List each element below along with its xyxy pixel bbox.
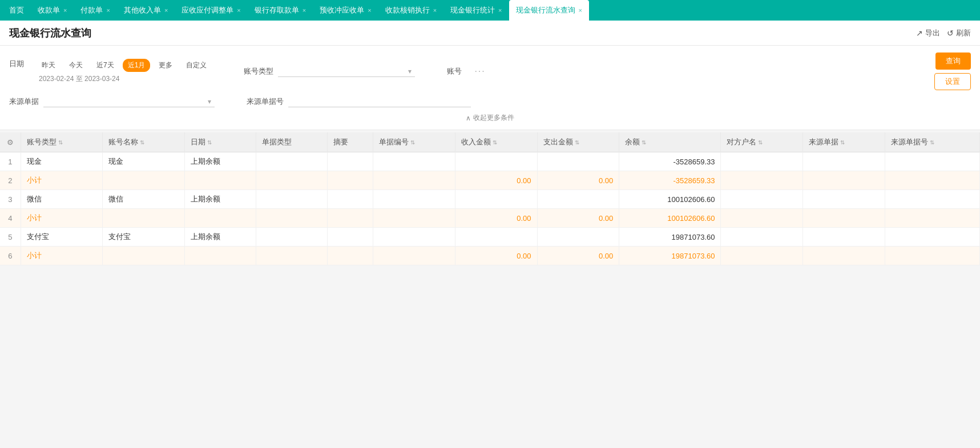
query-button[interactable]: 查询 (935, 53, 971, 70)
account-type-select[interactable]: ▾ (278, 66, 415, 77)
cell-summary (327, 190, 373, 209)
nav-prepay[interactable]: 预收冲应收单 × (313, 0, 378, 21)
nav-adjust[interactable]: 应收应付调整单 × (175, 0, 247, 21)
cell-expense: 0.00 (537, 171, 619, 190)
cell-date (184, 171, 256, 190)
source-doc-select[interactable]: ▾ (43, 96, 215, 107)
nav-bank-deposit[interactable]: 银行存取款单 × (248, 0, 313, 21)
cell-doc-no (373, 152, 455, 171)
close-icon[interactable]: × (433, 7, 437, 14)
nav-cash-stats[interactable]: 现金银行统计 × (443, 0, 509, 21)
cell-doc-type (256, 190, 327, 209)
nav-payments[interactable]: 付款单 × (74, 0, 116, 21)
cell-account-type: 微信 (21, 190, 103, 209)
cell-date (184, 247, 256, 265)
nav-cash-flow-query[interactable]: 现金银行流水查询 × (509, 0, 589, 21)
cell-balance: -3528659.33 (619, 152, 721, 171)
cell-income (455, 190, 537, 209)
cell-expense: 0.00 (537, 247, 619, 265)
cell-account-type: 现金 (21, 152, 103, 171)
close-icon[interactable]: × (498, 7, 502, 14)
cell-counterparty (721, 152, 803, 171)
close-icon[interactable]: × (579, 7, 582, 14)
th-doc-no[interactable]: 单据编号⇅ (373, 132, 455, 152)
cell-balance: 19871073.60 (619, 228, 721, 247)
cell-account-name: 现金 (103, 152, 185, 171)
cell-account-name (103, 209, 185, 228)
account-type-filter-group: 账号类型 ▾ (244, 66, 415, 77)
cell-doc-type (256, 209, 327, 228)
close-icon[interactable]: × (106, 7, 110, 14)
th-source-doc-no[interactable]: 来源单据号⇅ (885, 132, 979, 152)
cell-source-doc-no (885, 247, 979, 265)
close-icon[interactable]: × (303, 7, 306, 14)
table-area: ⚙ 账号类型⇅ 账号名称⇅ 日期⇅ 单据类型 摘要 单据编号⇅ 收入金额⇅ 支出… (0, 132, 980, 265)
close-icon[interactable]: × (368, 7, 371, 14)
th-doc-type: 单据类型 (256, 132, 327, 152)
cell-index: 1 (0, 152, 21, 171)
cell-expense (537, 190, 619, 209)
close-icon[interactable]: × (63, 7, 67, 14)
nav-collection[interactable]: 收款核销执行 × (378, 0, 443, 21)
cell-source-doc-no (885, 152, 979, 171)
nav-receipts[interactable]: 收款单 × (31, 0, 74, 21)
cell-source-doc (803, 190, 885, 209)
account-more-icon[interactable]: ··· (474, 66, 485, 76)
table-row: 1 现金 现金 上期余额 -3528659.33 (0, 152, 980, 171)
cell-date: 上期余额 (184, 228, 256, 247)
table-row: 3 微信 微信 上期余额 100102606.60 (0, 190, 980, 209)
cell-account-type: 支付宝 (21, 228, 103, 247)
settings-button[interactable]: 设置 (934, 73, 971, 90)
source-doc-no-label: 来源单据号 (247, 96, 284, 107)
th-expense[interactable]: 支出金额⇅ (537, 132, 619, 152)
cell-account-name (103, 171, 185, 190)
date-btn-yesterday[interactable]: 昨天 (37, 59, 61, 72)
th-income[interactable]: 收入金额⇅ (455, 132, 537, 152)
collapse-button[interactable]: ∧ 收起更多条件 (9, 113, 971, 123)
chevron-down-icon: ▾ (408, 67, 412, 75)
close-icon[interactable]: × (237, 7, 240, 14)
cell-income: 0.00 (455, 247, 537, 265)
date-btn-more[interactable]: 更多 (154, 59, 178, 72)
nav-other-income[interactable]: 其他收入单 × (117, 0, 175, 21)
cell-date (184, 209, 256, 228)
refresh-button[interactable]: ↺ 刷新 (947, 28, 971, 38)
refresh-icon: ↺ (947, 29, 954, 38)
th-date[interactable]: 日期⇅ (184, 132, 256, 152)
cell-counterparty (721, 247, 803, 265)
close-icon[interactable]: × (164, 7, 168, 14)
cell-income (455, 152, 537, 171)
date-btn-1month[interactable]: 近1月 (123, 59, 151, 72)
header-actions: ↗ 导出 ↺ 刷新 (916, 28, 971, 38)
cell-summary (327, 247, 373, 265)
settings-gear-icon[interactable]: ⚙ (7, 138, 14, 147)
source-doc-label: 来源单据 (9, 96, 39, 107)
th-summary: 摘要 (327, 132, 373, 152)
cell-index: 6 (0, 247, 21, 265)
th-balance[interactable]: 余额⇅ (619, 132, 721, 152)
th-counterparty[interactable]: 对方户名⇅ (721, 132, 803, 152)
th-account-name[interactable]: 账号名称⇅ (103, 132, 185, 152)
date-btn-7days[interactable]: 近7天 (91, 59, 119, 72)
collapse-label: 收起更多条件 (473, 113, 514, 123)
th-account-type[interactable]: 账号类型⇅ (21, 132, 103, 152)
cell-expense (537, 152, 619, 171)
cell-source-doc-no (885, 190, 979, 209)
th-source-doc[interactable]: 来源单据⇅ (803, 132, 885, 152)
cell-account-name (103, 247, 185, 265)
export-button[interactable]: ↗ 导出 (916, 28, 940, 38)
cell-source-doc (803, 228, 885, 247)
cell-date: 上期余额 (184, 152, 256, 171)
source-doc-no-input[interactable] (288, 96, 471, 107)
cell-doc-no (373, 228, 455, 247)
cell-index: 3 (0, 190, 21, 209)
cell-income: 0.00 (455, 171, 537, 190)
nav-home[interactable]: 首页 (2, 0, 31, 21)
date-btn-today[interactable]: 今天 (64, 59, 88, 72)
cell-doc-type (256, 247, 327, 265)
cell-doc-type (256, 152, 327, 171)
table-row: 4 小计 0.00 0.00 100102606.60 (0, 209, 980, 228)
cell-doc-type (256, 171, 327, 190)
cell-source-doc (803, 209, 885, 228)
date-btn-custom[interactable]: 自定义 (181, 59, 212, 72)
